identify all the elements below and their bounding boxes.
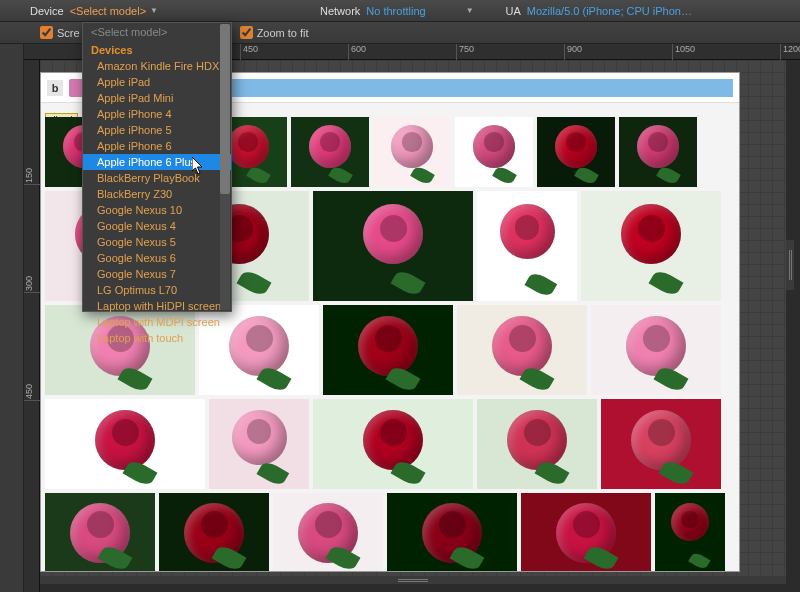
- image-thumb[interactable]: [323, 305, 453, 395]
- screencast-checkbox-label: Scre: [57, 27, 80, 39]
- ruler-tick: 750: [456, 44, 474, 60]
- device-option[interactable]: Google Nexus 7: [83, 266, 231, 282]
- left-icon-rail: ⊘: [0, 0, 24, 592]
- image-thumb[interactable]: [45, 493, 155, 572]
- zoom-checkbox-label: Zoom to fit: [257, 27, 309, 39]
- device-option[interactable]: Apple iPad: [83, 74, 231, 90]
- ruler-vertical: 150300450: [24, 60, 40, 592]
- image-thumb[interactable]: [313, 399, 473, 489]
- device-option[interactable]: Apple iPad Mini: [83, 90, 231, 106]
- image-thumb[interactable]: [655, 493, 725, 572]
- image-thumb[interactable]: [477, 191, 577, 301]
- image-row: [45, 493, 735, 572]
- device-select-value: <Select model>: [70, 5, 146, 17]
- dropdown-section-header: Devices: [83, 41, 231, 58]
- ruler-tick: 300: [24, 276, 40, 293]
- image-thumb[interactable]: [373, 117, 451, 187]
- device-option[interactable]: Apple iPhone 6: [83, 138, 231, 154]
- image-thumb[interactable]: [591, 305, 721, 395]
- device-option[interactable]: LG Optimus L70: [83, 282, 231, 298]
- image-thumb[interactable]: [455, 117, 533, 187]
- device-option[interactable]: Laptop with HiDPI screen: [83, 298, 231, 314]
- device-label: Device: [30, 5, 64, 17]
- network-select[interactable]: No throttling: [366, 5, 425, 17]
- image-thumb[interactable]: [477, 399, 597, 489]
- dropdown-list: Amazon Kindle Fire HDXApple iPadApple iP…: [83, 58, 231, 346]
- image-thumb[interactable]: [291, 117, 369, 187]
- device-model-dropdown[interactable]: <Select model> Devices Amazon Kindle Fir…: [82, 22, 232, 312]
- device-select[interactable]: <Select model> ▼: [70, 5, 158, 17]
- ruler-tick: 450: [240, 44, 258, 60]
- image-thumb[interactable]: [537, 117, 615, 187]
- image-thumb[interactable]: [313, 191, 473, 301]
- ua-value[interactable]: Mozilla/5.0 (iPhone; CPU iPhon…: [527, 5, 692, 17]
- image-thumb[interactable]: [387, 493, 517, 572]
- ruler-tick: 450: [24, 384, 40, 401]
- device-option[interactable]: Amazon Kindle Fire HDX: [83, 58, 231, 74]
- chevron-down-icon: ▼: [466, 6, 474, 15]
- image-thumb[interactable]: [457, 305, 587, 395]
- image-thumb[interactable]: [619, 117, 697, 187]
- device-option[interactable]: Google Nexus 5: [83, 234, 231, 250]
- device-option[interactable]: Apple iPhone 5: [83, 122, 231, 138]
- device-option[interactable]: Apple iPhone 6 Plus: [83, 154, 231, 170]
- viewport-resize-handle-bottom[interactable]: [40, 576, 786, 584]
- device-option[interactable]: Laptop with MDPI screen: [83, 314, 231, 330]
- image-thumb[interactable]: [521, 493, 651, 572]
- screencast-checkbox[interactable]: Scre: [0, 26, 90, 39]
- device-option[interactable]: Google Nexus 10: [83, 202, 231, 218]
- dropdown-placeholder[interactable]: <Select model>: [83, 23, 231, 41]
- devtools-toolbar: Device <Select model> ▼ Network No throt…: [0, 0, 800, 22]
- device-option[interactable]: Apple iPhone 4: [83, 106, 231, 122]
- device-option[interactable]: BlackBerry Z30: [83, 186, 231, 202]
- image-thumb[interactable]: [581, 191, 721, 301]
- image-thumb[interactable]: [159, 493, 269, 572]
- device-option[interactable]: BlackBerry PlayBook: [83, 170, 231, 186]
- image-row: [45, 399, 735, 489]
- screencast-checkbox-input[interactable]: [40, 26, 53, 39]
- ruler-tick: 150: [24, 168, 40, 185]
- bing-logo-icon[interactable]: b: [47, 80, 63, 96]
- ruler-tick: 900: [564, 44, 582, 60]
- device-option[interactable]: Google Nexus 6: [83, 250, 231, 266]
- image-thumb[interactable]: [209, 399, 309, 489]
- device-option[interactable]: Google Nexus 4: [83, 218, 231, 234]
- page-header-highlight: [145, 79, 733, 97]
- dropdown-scrollbar-thumb[interactable]: [220, 24, 230, 194]
- ruler-tick: 600: [348, 44, 366, 60]
- ruler-tick: 1050: [672, 44, 695, 60]
- image-thumb[interactable]: [601, 399, 721, 489]
- chevron-down-icon: ▼: [150, 6, 158, 15]
- network-label: Network: [320, 5, 360, 17]
- image-thumb[interactable]: [45, 399, 205, 489]
- image-thumb[interactable]: [273, 493, 383, 572]
- viewport-resize-handle-right[interactable]: [786, 240, 794, 290]
- zoom-checkbox-input[interactable]: [240, 26, 253, 39]
- ua-label: UA: [506, 5, 521, 17]
- ruler-tick: 1200: [780, 44, 800, 60]
- device-option[interactable]: Laptop with touch: [83, 330, 231, 346]
